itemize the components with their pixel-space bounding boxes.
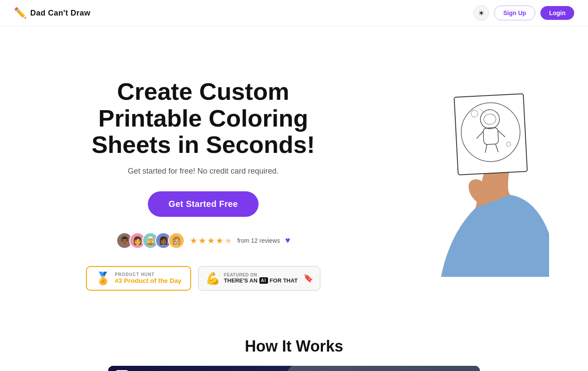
brand-icon: ✏️	[14, 7, 27, 19]
star-icon: ★	[216, 235, 224, 246]
hero-content: Create Custom Printable Coloring Sheets …	[69, 52, 337, 311]
heart-icon: ♥	[285, 235, 290, 245]
brand[interactable]: ✏️ Dad Can't Draw	[14, 7, 90, 19]
avatar-group: 👨🏾 👩 🧝 👩🏾 👩🏼	[116, 232, 185, 249]
hero-illustration	[389, 52, 553, 277]
video-top-bar: ▶5 Create One-of-a-Kind Coloring Pages w…	[108, 366, 480, 371]
login-button[interactable]: Login	[540, 6, 574, 20]
star-rating: ★ ★ ★ ★ ★	[190, 235, 232, 246]
badges-row: 🏅 PRODUCT HUNT #3 Product of the Day 💪 F…	[69, 266, 337, 291]
hero-subtitle: Get started for free! No credit card req…	[69, 167, 337, 176]
hero-title: Create Custom Printable Coloring Sheets …	[69, 78, 337, 158]
svg-rect-1	[454, 94, 527, 175]
sun-icon: ☀	[478, 9, 484, 17]
star-icon: ★	[207, 235, 215, 246]
hand-arm-svg	[415, 78, 553, 277]
ph-value: #3 Product of the Day	[115, 277, 182, 284]
aithat-badge[interactable]: 💪 FEATURED ON THERE'S AN AI FOR THAT 🔖	[198, 266, 320, 291]
ai-box: AI	[259, 277, 268, 284]
arm-icon: 💪	[205, 271, 220, 285]
reviews-count: from 12 reviews	[237, 237, 280, 244]
video-container[interactable]: ▶5 Create One-of-a-Kind Coloring Pages w…	[108, 366, 480, 371]
avatar: 👩🏼	[168, 232, 185, 249]
aithat-label: FEATURED ON	[224, 273, 297, 277]
how-it-works-section: How It Works	[0, 329, 588, 371]
brand-name: Dad Can't Draw	[30, 9, 90, 18]
medal-icon: 🏅	[96, 271, 111, 285]
bookmark-icon: 🔖	[304, 273, 313, 283]
star-half-icon: ★	[224, 235, 232, 246]
get-started-button[interactable]: Get Started Free	[148, 191, 259, 217]
signup-button[interactable]: Sign Up	[494, 6, 535, 20]
navbar-right: ☀ Sign Up Login	[473, 5, 574, 21]
aithat-value2: FOR THAT	[270, 277, 298, 284]
hero-section: Create Custom Printable Coloring Sheets …	[0, 26, 588, 329]
star-icon: ★	[190, 235, 198, 246]
product-hunt-badge[interactable]: 🏅 PRODUCT HUNT #3 Product of the Day	[86, 266, 191, 291]
theme-toggle-button[interactable]: ☀	[473, 5, 489, 21]
aithat-value: THERE'S AN	[224, 277, 258, 284]
navbar: ✏️ Dad Can't Draw ☀ Sign Up Login	[0, 0, 588, 26]
aithat-text: FEATURED ON THERE'S AN AI FOR THAT	[224, 273, 297, 284]
ph-text: PRODUCT HUNT #3 Product of the Day	[115, 272, 182, 284]
how-it-works-title: How It Works	[35, 337, 553, 355]
reviews-row: 👨🏾 👩 🧝 👩🏾 👩🏼 ★ ★ ★ ★ ★ from 12 reviews ♥	[69, 232, 337, 249]
star-icon: ★	[198, 235, 206, 246]
ph-label: PRODUCT HUNT	[115, 272, 182, 277]
